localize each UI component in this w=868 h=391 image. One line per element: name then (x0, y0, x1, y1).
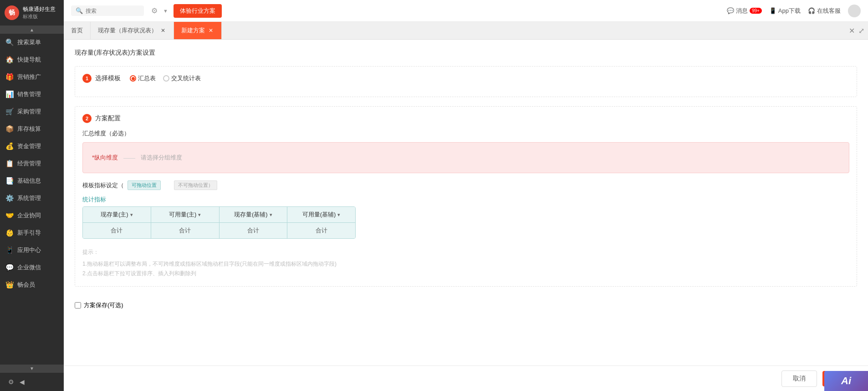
enterprise-icon: 🤝 (5, 211, 14, 220)
chevron-down-icon-0[interactable]: ▾ (130, 212, 133, 218)
app-download-btn[interactable]: 📱 App下载 (769, 7, 801, 15)
bottom-bar: 取消 查询 (64, 365, 868, 391)
sidebar-item-operations[interactable]: 📋 经营管理 (0, 155, 64, 172)
tab-home-label: 首页 (71, 26, 83, 35)
collapse-sidebar-icon[interactable]: ◀ (17, 376, 27, 387)
close-tab-btn[interactable]: ✕ (849, 26, 855, 35)
sidebar-item-sales[interactable]: 📊 销售管理 (0, 86, 64, 103)
indicator-col-header-1[interactable]: 可用量(主) ▾ (151, 207, 219, 223)
sidebar-item-system[interactable]: ⚙️ 系统管理 (0, 190, 64, 207)
sidebar-header: 畅 畅康通好生意 标准版 (0, 0, 64, 26)
chevron-down-icon-3[interactable]: ▾ (337, 212, 340, 218)
finance-icon: 💰 (5, 142, 14, 150)
radio-summary[interactable]: 汇总表 (130, 74, 156, 82)
indicator-col-header-2[interactable]: 现存量(基辅) ▾ (220, 207, 287, 223)
indicator-col-body-3: 合计 (287, 223, 355, 238)
sidebar-item-member[interactable]: 👑 畅会员 (0, 276, 64, 293)
user-avatar[interactable] (848, 5, 861, 17)
dimension-required-label: 汇总维度（必选） (82, 129, 849, 138)
step1-title: 选择模板 (95, 74, 121, 82)
search-icon: 🔍 (76, 7, 83, 14)
radio-cross-circle (163, 75, 169, 82)
sidebar-item-wechat[interactable]: 💬 企业微信 (0, 259, 64, 276)
indicator-col-1: 可用量(主) ▾ 合计 (151, 207, 220, 238)
tips-item-0: 1.拖动标题栏可以调整布局，不可跨维度或指标区域拖动栏目字段(只能在同一维度或指… (82, 259, 849, 269)
sidebar-item-label: 营销推广 (17, 73, 41, 81)
search-input[interactable] (86, 8, 122, 14)
purchase-icon: 🛒 (5, 108, 14, 116)
tab-home[interactable]: 首页 (64, 22, 91, 39)
step1-header: 1 选择模板 汇总表 交叉统计表 (82, 74, 849, 83)
message-label: 消息 (736, 7, 748, 15)
sidebar-item-label: 资金管理 (17, 142, 41, 150)
ai-badge[interactable]: Ai (824, 371, 868, 391)
radio-summary-label: 汇总表 (138, 74, 156, 82)
template-radio-group: 汇总表 交叉统计表 (130, 74, 201, 82)
step2-badge: 2 (82, 114, 92, 123)
tabs-bar: 首页 现存量（库存状况表） ✕ 新建方案 ✕ ✕ ⤢ (64, 22, 868, 40)
indicator-col-header-0[interactable]: 现存量(主) ▾ (83, 207, 151, 223)
topbar: 🔍 ⚙ ▼ 体验行业方案 💬 消息 99+ 📱 App下载 🎧 在线客服 (64, 0, 868, 22)
cancel-button[interactable]: 取消 (781, 370, 817, 387)
customer-service-btn[interactable]: 🎧 在线客服 (808, 7, 841, 15)
close-inventory-status-tab[interactable]: ✕ (160, 27, 166, 34)
page-title: 现存量(库存状况表)方案设置 (75, 49, 857, 57)
sidebar-item-label: 新手引导 (17, 229, 41, 237)
sidebar-item-purchase[interactable]: 🛒 采购管理 (0, 103, 64, 120)
dimension-area[interactable]: *纵向维度 —— 请选择分组维度 (82, 142, 849, 173)
indicator-col-label-2: 现存量(基辅) (234, 211, 268, 219)
sidebar-item-label: 库存核算 (17, 125, 41, 133)
indicator-col-label-3: 可用量(基辅) (302, 211, 336, 219)
sidebar-item-label: 畅会员 (17, 281, 35, 289)
message-badge: 99+ (750, 8, 762, 14)
sidebar-item-finance[interactable]: 💰 资金管理 (0, 138, 64, 155)
content-inner: 现存量(库存状况表)方案设置 1 选择模板 汇总表 交叉统计表 (64, 40, 868, 365)
step2-section: 2 方案配置 汇总维度（必选） *纵向维度 —— 请选择分组维度 模板指标设定（ (75, 106, 857, 287)
radio-cross[interactable]: 交叉统计表 (163, 74, 201, 82)
sidebar-nav: 🔍 搜索菜单 🏠 快捷导航 🎁 营销推广 📊 销售管理 🛒 采购管理 📦 库存核… (0, 34, 64, 365)
system-icon: ⚙️ (5, 194, 14, 202)
sidebar-item-inventory[interactable]: 📦 库存核算 (0, 120, 64, 138)
sidebar-title: 畅康通好生意 标准版 (23, 5, 56, 20)
sidebar-item-quick-nav[interactable]: 🏠 快捷导航 (0, 51, 64, 68)
tab-inventory-status[interactable]: 现存量（库存状况表） ✕ (91, 22, 174, 39)
tips-section: 提示： 1.拖动标题栏可以调整布局，不可跨维度或指标区域拖动栏目字段(只能在同一… (82, 247, 849, 279)
tab-new-scheme[interactable]: 新建方案 ✕ (174, 22, 222, 39)
sidebar-item-search-menu[interactable]: 🔍 搜索菜单 (0, 34, 64, 51)
industry-btn[interactable]: 体验行业方案 (174, 4, 222, 18)
step2-title: 方案配置 (95, 114, 121, 123)
sidebar-item-label: 采购管理 (17, 108, 41, 116)
indicator-col-2: 现存量(基辅) ▾ 合计 (220, 207, 288, 238)
sidebar-item-marketing[interactable]: 🎁 营销推广 (0, 68, 64, 86)
topbar-search[interactable]: 🔍 (71, 5, 144, 16)
indicator-table: 现存量(主) ▾ 合计 可用量(主) ▾ 合计 (82, 206, 356, 239)
dropdown-icon[interactable]: ▼ (163, 8, 168, 14)
sidebar-item-basic-info[interactable]: 📑 基础信息 (0, 172, 64, 190)
sidebar-item-label: 系统管理 (17, 194, 41, 202)
step1-badge: 1 (82, 74, 92, 83)
sidebar-item-label: 应用中心 (17, 246, 41, 254)
quick-nav-icon: 🏠 (5, 56, 14, 64)
indicator-col-label-1: 可用量(主) (169, 211, 197, 219)
chevron-down-icon-2[interactable]: ▾ (270, 212, 272, 218)
app-center-icon: 📱 (5, 246, 14, 254)
indicator-col-header-3[interactable]: 可用量(基辅) ▾ (287, 207, 355, 223)
sidebar-item-enterprise[interactable]: 🤝 企业协同 (0, 207, 64, 224)
gear-icon[interactable]: ⚙ (151, 6, 158, 15)
sidebar-item-app-center[interactable]: 📱 应用中心 (0, 242, 64, 259)
settings-bottom-icon[interactable]: ⚙ (5, 376, 17, 387)
search-menu-icon: 🔍 (5, 38, 14, 46)
chevron-down-icon-1[interactable]: ▾ (198, 212, 201, 218)
close-new-scheme-tab[interactable]: ✕ (208, 27, 214, 34)
sidebar-scroll-up[interactable]: ▲ (0, 26, 64, 34)
indicator-col-3: 可用量(基辅) ▾ 合计 (287, 207, 355, 238)
message-btn[interactable]: 💬 消息 99+ (727, 7, 762, 15)
sidebar-scroll-down[interactable]: ▼ (0, 365, 64, 372)
inventory-icon: 📦 (5, 125, 14, 133)
sidebar-item-guide[interactable]: 👶 新手引导 (0, 224, 64, 242)
indicator-col-label-0: 现存量(主) (101, 211, 128, 219)
sidebar-logo: 畅 (5, 5, 19, 20)
expand-tab-btn[interactable]: ⤢ (858, 26, 864, 35)
save-scheme-row: 方案保存(可选) (75, 296, 857, 315)
save-scheme-checkbox[interactable] (75, 302, 81, 309)
